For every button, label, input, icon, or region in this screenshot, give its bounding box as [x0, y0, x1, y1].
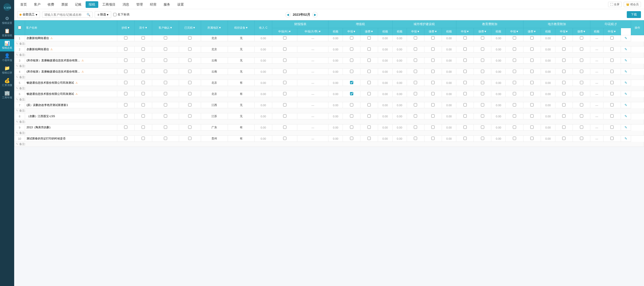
row-checkbox[interactable]: [164, 47, 167, 51]
row-checkbox[interactable]: [367, 126, 371, 129]
row-checkbox[interactable]: [610, 92, 614, 95]
row-checkbox[interactable]: [530, 103, 534, 106]
row-checkbox[interactable]: [283, 81, 286, 84]
row-checkbox[interactable]: [124, 70, 127, 73]
row-checkbox[interactable]: [367, 92, 371, 95]
row-checkbox[interactable]: [350, 70, 353, 73]
edit-icon[interactable]: ✎: [625, 81, 627, 85]
row-checkbox[interactable]: [530, 81, 534, 84]
row-checkbox[interactable]: [124, 92, 127, 95]
row-checkbox[interactable]: [481, 103, 484, 106]
sidebar-item-personal-tax[interactable]: 👤 个税申报: [0, 51, 14, 64]
row-checkbox[interactable]: [142, 137, 145, 140]
row-checkbox[interactable]: [188, 59, 191, 62]
row-checkbox[interactable]: [513, 47, 516, 51]
row-checkbox[interactable]: [580, 137, 583, 140]
edit-icon[interactable]: ✎: [625, 47, 627, 51]
row-checkbox[interactable]: [164, 81, 167, 84]
row-checkbox[interactable]: [142, 36, 145, 40]
row-checkbox[interactable]: [481, 81, 484, 84]
row-checkbox[interactable]: [350, 59, 353, 62]
row-checkbox[interactable]: [610, 59, 614, 62]
row-checkbox[interactable]: [367, 47, 371, 51]
row-checkbox[interactable]: [142, 59, 145, 62]
row-checkbox[interactable]: [610, 36, 614, 40]
nav-operate[interactable]: 经营: [147, 1, 160, 8]
row-checkbox[interactable]: [431, 137, 435, 140]
row-checkbox[interactable]: [414, 59, 417, 62]
row-checkbox[interactable]: [481, 36, 484, 40]
nav-tax[interactable]: 报税: [86, 1, 98, 8]
row-checkbox[interactable]: [164, 103, 167, 106]
row-checkbox[interactable]: [367, 59, 371, 62]
row-checkbox[interactable]: [463, 47, 467, 51]
search-input[interactable]: [44, 13, 86, 16]
row-checkbox[interactable]: [367, 36, 371, 40]
row-checkbox[interactable]: [142, 81, 145, 84]
edit-icon[interactable]: ✎: [625, 137, 627, 140]
row-checkbox[interactable]: [481, 114, 484, 118]
row-checkbox[interactable]: [283, 59, 286, 62]
row-checkbox[interactable]: [530, 47, 534, 51]
row-checkbox[interactable]: [610, 103, 614, 106]
name-tag-checkbox[interactable]: [113, 13, 116, 16]
row-checkbox[interactable]: [580, 59, 583, 62]
row-checkbox[interactable]: [513, 70, 516, 73]
download-button[interactable]: 下载: [627, 11, 641, 18]
row-checkbox[interactable]: [580, 92, 583, 95]
row-checkbox[interactable]: [610, 81, 614, 84]
sidebar-item-tax-records[interactable]: 📁 报税记录: [0, 64, 14, 76]
nav-service[interactable]: 服务: [161, 1, 173, 8]
row-checkbox[interactable]: [530, 59, 534, 62]
row-checkbox[interactable]: [188, 70, 191, 73]
row-checkbox[interactable]: [481, 126, 484, 129]
row-checkbox[interactable]: [350, 126, 353, 129]
row-checkbox[interactable]: [562, 47, 565, 51]
fullscreen-btn[interactable]: ⛶ 全屏: [608, 2, 622, 7]
row-checkbox[interactable]: [431, 59, 435, 62]
edit-icon[interactable]: ✎: [625, 59, 627, 62]
row-checkbox[interactable]: [610, 137, 614, 140]
row-checkbox[interactable]: [164, 114, 167, 118]
row-checkbox[interactable]: [283, 103, 286, 106]
row-checkbox[interactable]: [164, 70, 167, 73]
row-checkbox[interactable]: [431, 92, 435, 95]
sidebar-item-annual-report[interactable]: 🏢 工商年报: [0, 89, 14, 101]
row-checkbox[interactable]: [283, 126, 286, 129]
row-checkbox[interactable]: [142, 114, 145, 118]
row-checkbox[interactable]: [142, 70, 145, 73]
row-checkbox[interactable]: [610, 70, 614, 73]
row-checkbox[interactable]: [414, 47, 417, 51]
row-checkbox[interactable]: [124, 114, 127, 118]
row-checkbox[interactable]: [283, 114, 286, 118]
row-checkbox[interactable]: [414, 70, 417, 73]
row-checkbox[interactable]: [610, 126, 614, 129]
row-checkbox[interactable]: [367, 137, 371, 140]
row-checkbox[interactable]: [350, 36, 353, 40]
row-checkbox[interactable]: [188, 137, 191, 140]
row-checkbox[interactable]: [164, 126, 167, 129]
prev-month-btn[interactable]: ◀: [285, 12, 291, 17]
row-checkbox[interactable]: [124, 137, 127, 140]
row-checkbox[interactable]: [513, 126, 516, 129]
row-checkbox[interactable]: [188, 47, 191, 51]
row-checkbox[interactable]: [580, 70, 583, 73]
row-checkbox[interactable]: [562, 103, 565, 106]
row-checkbox[interactable]: [164, 137, 167, 140]
row-checkbox[interactable]: [513, 81, 516, 84]
select-all-checkbox[interactable]: [18, 26, 21, 29]
edit-icon[interactable]: ✎: [625, 70, 627, 74]
row-checkbox[interactable]: [283, 92, 286, 95]
row-checkbox[interactable]: [530, 126, 534, 129]
row-checkbox[interactable]: [414, 103, 417, 106]
row-checkbox[interactable]: [124, 126, 127, 129]
row-checkbox[interactable]: [350, 81, 353, 84]
nav-invoice[interactable]: 票据: [58, 1, 71, 8]
row-checkbox[interactable]: [283, 137, 286, 140]
sidebar-item-batch-tax[interactable]: 📋 批量报税: [0, 27, 14, 39]
row-checkbox[interactable]: [530, 70, 534, 73]
row-checkbox[interactable]: [562, 36, 565, 40]
row-checkbox[interactable]: [562, 81, 565, 84]
row-checkbox[interactable]: [142, 103, 145, 106]
row-checkbox[interactable]: [431, 103, 435, 106]
